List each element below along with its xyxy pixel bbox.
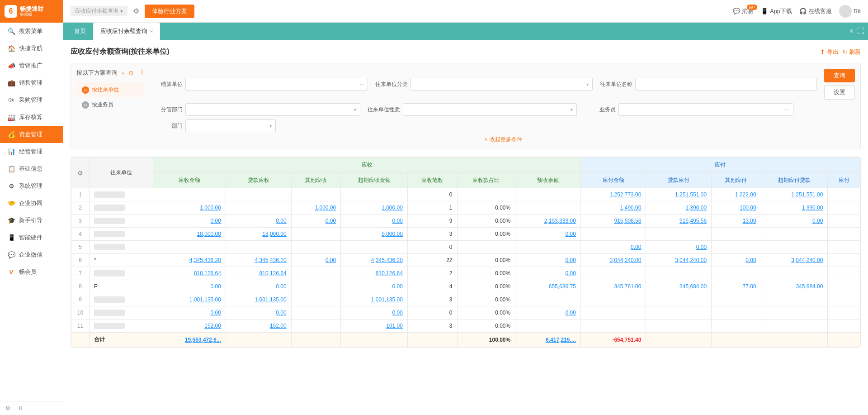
sidebar-item-purchase[interactable]: 🛍 采购管理 — [0, 91, 63, 109]
table-cell[interactable]: 1,001,135.00 — [153, 293, 226, 306]
footer-ar-prepay[interactable]: 6,417,215.... — [515, 333, 581, 347]
partner-category-input[interactable]: ▾ — [410, 78, 592, 91]
table-cell[interactable]: 9,000.00 — [341, 228, 408, 241]
th-settings[interactable]: ⚙ — [71, 157, 90, 188]
settings-icon[interactable]: ⚙ — [133, 7, 139, 15]
table-cell[interactable]: 345,761.00 — [580, 280, 646, 293]
table-cell[interactable]: 0.00 — [153, 215, 226, 228]
table-cell[interactable]: 915,508.56 — [580, 215, 646, 228]
query-by-salesman[interactable]: ⊙ 按业务员 — [76, 97, 144, 112]
table-cell[interactable]: 0.00 — [341, 215, 408, 228]
table-cell[interactable]: 0.00 — [291, 254, 341, 267]
table-cell[interactable]: 2,153,333.00 — [515, 215, 581, 228]
table-cell[interactable]: 1,000.00 — [291, 201, 341, 215]
sidebar-item-collab[interactable]: 🤝 企业协同 — [0, 195, 63, 212]
message-button[interactable]: 💬 消息 99+ — [733, 7, 754, 15]
table-cell[interactable]: 4,345,436.20 — [153, 254, 226, 267]
table-cell[interactable]: 152.00 — [153, 320, 226, 333]
set-button[interactable]: 设置 — [824, 85, 855, 100]
table-cell[interactable]: 1,251,551.00 — [646, 188, 712, 201]
app-download-button[interactable]: 📱 App下载 — [761, 7, 792, 15]
supervise-dept-input[interactable]: ▾ — [185, 103, 360, 116]
table-cell[interactable]: 3,044,240.00 — [646, 254, 712, 267]
partner-name-input[interactable] — [635, 78, 817, 91]
table-cell[interactable]: 0.00 — [515, 306, 581, 320]
table-cell[interactable]: 4,345,436.20 — [226, 254, 291, 267]
filter-collapse-btn[interactable]: ∧ 收起更多条件 — [151, 136, 855, 143]
sidebar-item-operation[interactable]: 📊 经营管理 — [0, 143, 63, 160]
table-cell[interactable]: 18,000.00 — [153, 228, 226, 241]
table-cell[interactable]: 13.00 — [712, 215, 761, 228]
table-cell[interactable]: 1,390.00 — [761, 201, 828, 215]
footer-ar-total[interactable]: 19,553,472,6... — [153, 333, 226, 347]
table-cell[interactable]: 0.00 — [153, 280, 226, 293]
table-cell[interactable]: 101.00 — [341, 320, 408, 333]
user-avatar[interactable]: Rit — [839, 5, 861, 18]
sidebar-item-search[interactable]: 🔍 搜索菜单 — [0, 23, 63, 40]
table-cell[interactable]: 1,222.00 — [712, 188, 761, 201]
table-cell[interactable]: 0.00 — [761, 215, 828, 228]
table-cell[interactable]: 100.00 — [712, 201, 761, 215]
filter-collapse-icon[interactable]: 《 — [137, 69, 144, 77]
promo-button[interactable]: 体验行业方案 — [145, 5, 194, 18]
table-cell[interactable]: 810,126.64 — [226, 267, 291, 280]
table-cell[interactable]: 345,684.00 — [761, 280, 828, 293]
table-cell[interactable]: 1,252,773.00 — [580, 188, 646, 201]
sidebar-item-wechat[interactable]: 💬 企业微信 — [0, 246, 63, 263]
table-cell[interactable]: 810,126.64 — [341, 267, 408, 280]
table-cell[interactable]: 3,044,240.00 — [580, 254, 646, 267]
filter-settings-icon[interactable]: ⊙ — [128, 69, 134, 76]
table-settings-icon[interactable]: ⚙ — [77, 169, 83, 176]
table-cell[interactable]: 0.00 — [153, 306, 226, 320]
table-cell[interactable]: 345,684.00 — [646, 280, 712, 293]
table-cell[interactable]: 0.00 — [341, 280, 408, 293]
table-cell[interactable]: 1,001,135.00 — [226, 293, 291, 306]
refresh-button[interactable]: ↻ 刷新 — [842, 48, 861, 56]
table-cell[interactable]: 18,000.00 — [226, 228, 291, 241]
dept-input[interactable]: ▾ — [185, 119, 276, 132]
export-button[interactable]: ⬆ 导出 — [820, 48, 839, 56]
table-cell[interactable]: 0.00 — [226, 215, 291, 228]
table-cell[interactable]: 655,636.75 — [515, 280, 581, 293]
window-expand-icon[interactable]: ⛶ — [857, 27, 864, 35]
tab-ar-ap[interactable]: 应收应付余额查询 × — [93, 23, 160, 40]
table-cell[interactable]: 3,044,240.00 — [761, 254, 828, 267]
sidebar-item-inventory[interactable]: 🏭 库存核算 — [0, 109, 63, 126]
sidebar-collapse-icon[interactable]: ⏸ — [18, 405, 23, 411]
settlement-input[interactable]: ··· — [185, 78, 368, 91]
table-cell[interactable]: 0.00 — [580, 241, 646, 254]
sidebar-item-sales[interactable]: 💼 销售管理 — [0, 74, 63, 91]
sidebar-item-hardware[interactable]: 📱 智能硬件 — [0, 229, 63, 246]
table-cell[interactable]: 0.00 — [226, 306, 291, 320]
sidebar-item-system[interactable]: ⚙ 系统管理 — [0, 177, 63, 195]
table-cell[interactable]: 0.00 — [515, 228, 581, 241]
sidebar-item-guide[interactable]: 🎓 新手引导 — [0, 212, 63, 229]
partner-nature-input[interactable]: ▾ — [403, 103, 577, 116]
table-cell[interactable]: 0.00 — [226, 280, 291, 293]
table-cell[interactable]: 1,000.00 — [341, 201, 408, 215]
online-service-button[interactable]: 🎧 在线客服 — [799, 7, 832, 15]
sidebar-item-base[interactable]: 📋 基础信息 — [0, 160, 63, 177]
query-button[interactable]: 查询 — [824, 69, 855, 82]
table-cell[interactable]: 915,495.56 — [646, 215, 712, 228]
sidebar-item-member[interactable]: V 畅会员 — [0, 263, 63, 281]
table-cell[interactable]: 1,390.00 — [646, 201, 712, 215]
table-cell[interactable]: 1,001,135.00 — [341, 293, 408, 306]
table-cell[interactable]: 0.00 — [712, 254, 761, 267]
sidebar-item-quicknav[interactable]: 🏠 快捷导航 — [0, 40, 63, 57]
table-cell[interactable]: 0.00 — [291, 215, 341, 228]
filter-add-icon[interactable]: + — [121, 69, 125, 76]
sidebar-item-finance[interactable]: 💰 资金管理 — [0, 126, 63, 143]
table-cell[interactable]: 1,251,551.00 — [761, 188, 828, 201]
table-cell[interactable]: 1,490.00 — [580, 201, 646, 215]
salesman-input[interactable]: ··· — [618, 103, 793, 116]
table-cell[interactable]: 0.00 — [515, 267, 581, 280]
table-cell[interactable]: 0.00 — [341, 306, 408, 320]
table-cell[interactable]: 4,345,436.20 — [341, 254, 408, 267]
sidebar-item-marketing[interactable]: 📣 营销推广 — [0, 57, 63, 74]
table-cell[interactable]: 152.00 — [226, 320, 291, 333]
table-cell[interactable]: 1,000.00 — [153, 201, 226, 215]
table-cell[interactable]: 77.00 — [712, 280, 761, 293]
table-cell[interactable]: 0.00 — [646, 241, 712, 254]
sidebar-settings-icon[interactable]: ⚙ — [5, 405, 10, 411]
